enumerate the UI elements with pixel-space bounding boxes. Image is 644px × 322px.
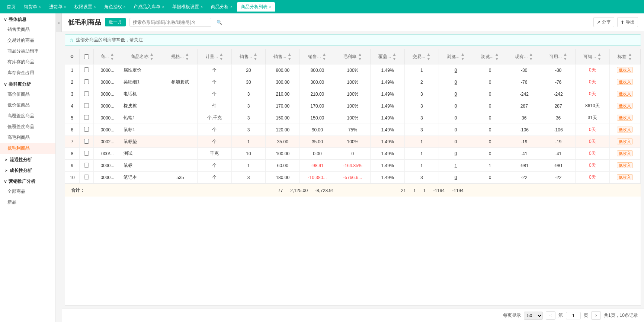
nav-sales[interactable]: 销货单 × (20, 2, 45, 12)
th-view1[interactable]: 浏览...▲▼ (439, 49, 473, 64)
cell-name[interactable]: 铅笔1 (121, 112, 163, 124)
cell-view1[interactable]: 0 (439, 124, 473, 136)
export-button[interactable]: ⬆ 导出 (617, 17, 638, 27)
row-checkbox[interactable] (84, 115, 89, 120)
cell-checkbox[interactable] (79, 136, 94, 148)
cell-checkbox[interactable] (79, 124, 94, 136)
cell-name[interactable]: 鼠标1 (121, 124, 163, 136)
period-button[interactable]: 近一月 (105, 18, 126, 26)
row-checkbox[interactable] (84, 175, 89, 179)
cell-view1[interactable]: 1 (439, 160, 473, 172)
cell-view1[interactable]: 0 (439, 100, 473, 112)
cell-view1[interactable]: 0 (439, 172, 473, 184)
sidebar-group-overall[interactable]: ∨ 整体信息 (0, 13, 55, 24)
nav-roles[interactable]: 角色授权 × (100, 2, 129, 12)
prev-page-btn[interactable]: ＜ (546, 311, 555, 320)
th-gross-margin[interactable]: 毛利率▲▼ (335, 49, 370, 64)
cell-view1[interactable]: 0 (439, 64, 473, 76)
per-page-select[interactable]: 50 100 200 (524, 312, 543, 320)
row-checkbox[interactable] (84, 163, 89, 168)
search-icon[interactable]: 🔍 (217, 20, 222, 25)
sidebar-item-low-value[interactable]: 低价值商品 (0, 100, 55, 111)
cell-name[interactable]: 吴细细1 (121, 76, 163, 88)
nav-products[interactable]: 产成品入库单 × (130, 2, 168, 12)
nav-permissions-close[interactable]: × (94, 5, 96, 9)
sidebar-collapse-btn[interactable]: « (56, 13, 62, 32)
cell-checkbox[interactable] (79, 148, 94, 160)
row-checkbox[interactable] (84, 151, 89, 156)
cell-checkbox[interactable] (79, 112, 94, 124)
row-checkbox[interactable] (84, 67, 89, 72)
cell-view1[interactable]: 0 (439, 148, 473, 160)
th-tag[interactable]: 标签▲▼ (609, 49, 640, 64)
cell-checkbox[interactable] (79, 160, 94, 172)
cell-checkbox[interactable] (79, 88, 94, 100)
sidebar-item-stocked-goods[interactable]: 有库存的商品 (0, 57, 55, 67)
th-coverage[interactable]: 覆盖...▲▼ (371, 49, 405, 64)
cell-checkbox[interactable] (79, 64, 94, 76)
sidebar-item-high-margin[interactable]: 高毛利商品 (0, 132, 55, 143)
cell-name[interactable]: 橡皮擦 (121, 100, 163, 112)
cell-checkbox[interactable] (79, 76, 94, 88)
cell-name[interactable]: 测试 (121, 148, 163, 160)
row-checkbox[interactable] (84, 103, 89, 108)
cell-name[interactable]: 笔记本 (121, 172, 163, 184)
nav-products-close[interactable]: × (162, 5, 164, 9)
cell-checkbox[interactable] (79, 100, 94, 112)
select-all-checkbox[interactable] (84, 54, 89, 59)
th-sales-amount[interactable]: 销售...▲▼ (300, 49, 335, 64)
sidebar-group-growth[interactable]: ＞ 成长性分析 (0, 165, 55, 175)
nav-analysis[interactable]: 商品分析 × (207, 2, 236, 12)
nav-analysis-list-close[interactable]: × (269, 5, 271, 9)
next-page-btn[interactable]: ＞ (591, 311, 601, 320)
sidebar-item-all-goods[interactable]: 全部商品 (0, 186, 55, 197)
cell-view1[interactable]: 0 (439, 112, 473, 124)
sidebar-item-high-coverage[interactable]: 高覆盖度商品 (0, 111, 55, 121)
th-view2[interactable]: 浏览...▲▼ (473, 49, 507, 64)
th-available-stock[interactable]: 可用...▲▼ (541, 49, 576, 64)
nav-analysis-list[interactable]: 商品分析列表 × (237, 2, 275, 12)
sidebar-group-cluster[interactable]: ∨ 类群度分析 (0, 78, 55, 89)
nav-purchase[interactable]: 进货单 × (45, 2, 70, 12)
share-button[interactable]: ↗ 分享 (593, 17, 614, 27)
sidebar-item-stock-funds[interactable]: 库存资金占用 (0, 67, 55, 78)
th-trade-count[interactable]: 交易...▲▼ (404, 49, 439, 64)
sidebar-item-low-margin[interactable]: 低毛利商品 (0, 143, 55, 154)
page-input[interactable] (566, 312, 581, 319)
nav-roles-close[interactable]: × (124, 5, 126, 9)
row-checkbox[interactable] (84, 127, 89, 132)
th-spec[interactable]: 规格...▲▼ (163, 49, 197, 64)
th-sales-qty[interactable]: 销售...▲▼ (231, 49, 266, 64)
th-sellable-days[interactable]: 可销...▲▼ (576, 49, 610, 64)
nav-permissions[interactable]: 权限设置 × (71, 2, 100, 12)
nav-analysis-close[interactable]: × (230, 5, 233, 9)
nav-purchase-close[interactable]: × (64, 5, 66, 9)
th-name[interactable]: 商品名称▲▼ (121, 49, 163, 64)
th-code[interactable]: 商...▲▼ (94, 49, 121, 64)
row-checkbox[interactable] (84, 79, 89, 84)
sidebar-item-sales-goods[interactable]: 销售类商品 (0, 24, 55, 35)
cell-view1[interactable]: 0 (439, 136, 473, 148)
cell-view1[interactable]: 0 (439, 88, 473, 100)
cell-view1[interactable]: 0 (439, 76, 473, 88)
nav-home[interactable]: 首页 (3, 2, 19, 12)
sidebar-group-flow[interactable]: ＞ 流通性分析 (0, 154, 55, 165)
nav-templates[interactable]: 单据模板设置 × (169, 2, 206, 12)
nav-sales-close[interactable]: × (39, 5, 41, 9)
th-unit[interactable]: 计量...▲▼ (197, 49, 231, 64)
th-checkbox[interactable] (79, 49, 94, 64)
th-current-stock[interactable]: 现有...▲▼ (507, 49, 541, 64)
sidebar-item-low-coverage[interactable]: 低覆盖度商品 (0, 121, 55, 132)
row-checkbox[interactable] (84, 139, 89, 144)
sidebar-item-traded-goods[interactable]: 交易过的商品 (0, 35, 55, 46)
th-settings[interactable]: ⚙ (65, 49, 79, 64)
cell-name[interactable]: 鼠标 (121, 160, 163, 172)
cell-checkbox[interactable] (79, 172, 94, 184)
nav-templates-close[interactable]: × (201, 5, 203, 9)
cell-name[interactable]: 属性定价 (121, 64, 163, 76)
sidebar-group-marketing[interactable]: ∨ 营销推广分析 (0, 175, 55, 186)
sidebar-item-new-goods[interactable]: 新品 (0, 197, 55, 208)
sidebar-item-high-value[interactable]: 高价值商品 (0, 89, 55, 100)
cell-name[interactable]: 鼠标垫 (121, 136, 163, 148)
search-input[interactable] (129, 18, 211, 27)
